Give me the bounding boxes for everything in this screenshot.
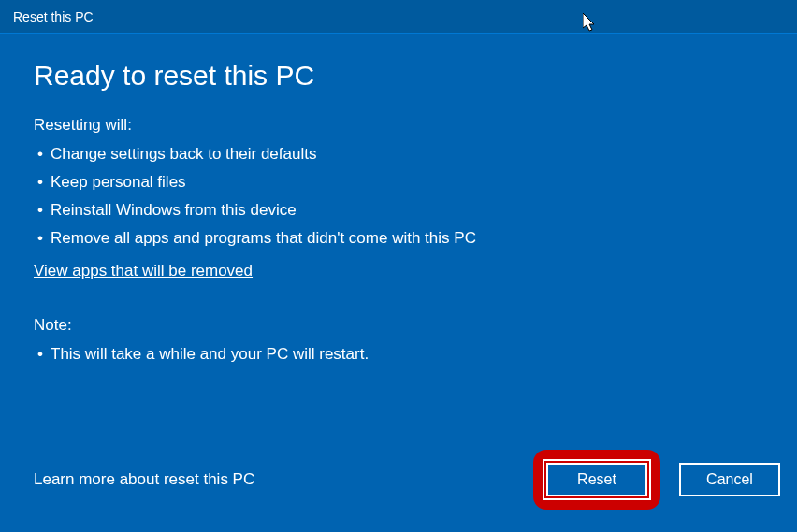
list-item: Keep personal files: [34, 168, 763, 196]
cancel-button[interactable]: Cancel: [679, 463, 780, 496]
list-item: This will take a while and your PC will …: [34, 340, 763, 368]
dialog-footer: Learn more about reset this PC Reset Can…: [34, 450, 780, 510]
list-item: Change settings back to their defaults: [34, 140, 763, 168]
highlight-annotation: Reset: [533, 450, 660, 510]
reset-list: Change settings back to their defaults K…: [34, 140, 763, 252]
reset-section: Resetting will: Change settings back to …: [34, 116, 763, 307]
reset-button[interactable]: Reset: [546, 463, 647, 496]
view-apps-link[interactable]: View apps that will be removed: [34, 262, 253, 280]
window-title: Reset this PC: [13, 9, 94, 24]
page-title: Ready to reset this PC: [34, 60, 763, 92]
button-row: Reset Cancel: [533, 450, 780, 510]
list-item: Reinstall Windows from this device: [34, 196, 763, 224]
note-label: Note:: [34, 316, 763, 335]
dialog-content: Ready to reset this PC Resetting will: C…: [0, 34, 797, 368]
learn-more-link[interactable]: Learn more about reset this PC: [34, 470, 254, 489]
reset-label: Resetting will:: [34, 116, 763, 135]
list-item: Remove all apps and programs that didn't…: [34, 224, 763, 252]
titlebar: Reset this PC: [0, 0, 797, 34]
note-section: Note: This will take a while and your PC…: [34, 316, 763, 368]
note-list: This will take a while and your PC will …: [34, 340, 763, 368]
